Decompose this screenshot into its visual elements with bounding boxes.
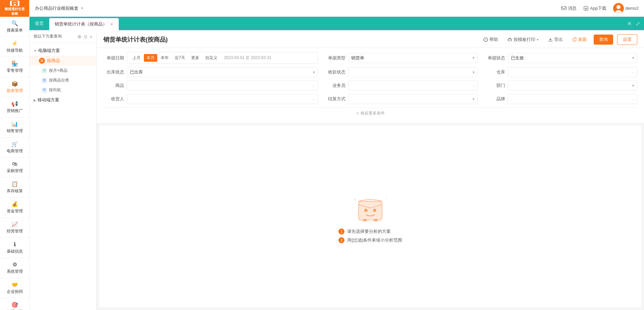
scheme-collapse-btn[interactable]: « — [90, 34, 92, 39]
recv-filter[interactable]: ▾ — [348, 67, 478, 77]
scheme-add-btn[interactable]: ⊕ — [77, 34, 82, 39]
tree-item-by-category[interactable]: 类 按商品分类 — [30, 75, 96, 85]
warehouse-dots: ··· — [631, 70, 634, 75]
scheme-settings-btn[interactable]: ⊙ — [84, 34, 88, 39]
page-title: 销货单统计计表(按商品) — [103, 36, 168, 44]
sidebar-label-wholesale: 批发管理 — [7, 88, 23, 94]
marketing-icon: 📢 — [11, 101, 18, 107]
tab-home[interactable]: 首页 — [30, 17, 49, 30]
recv-dropdown-arrow[interactable]: ▾ — [473, 70, 475, 74]
by-product-icon: 按 — [39, 58, 45, 64]
tree-item-by-product[interactable]: 按 按商品 — [30, 56, 96, 66]
out-filter[interactable]: 已出库 ▾ — [127, 67, 318, 77]
ecom-icon: 🛒 — [11, 141, 18, 147]
sidebar-nav: 🔍 搜索菜单 ⚡ 快捷导航 🏪 零售管理 📦 批发管理 📢 营销推广 📊 销售管… — [0, 17, 29, 310]
tab-close-btn[interactable]: × — [110, 21, 113, 27]
export-label: 导出 — [554, 37, 563, 43]
date-tab-last-month[interactable]: 上月 — [130, 54, 143, 62]
filter-area: 单据日期 上月 本月 本年 近7天 更多 自定义 2023-03-01 至 20… — [97, 48, 644, 123]
sidebar-item-marketing[interactable]: 📢 营销推广 — [0, 97, 29, 117]
brand-filter[interactable]: ··· — [508, 94, 637, 104]
export-btn[interactable]: 导出 — [545, 35, 566, 44]
date-tab-this-month[interactable]: 本月 — [144, 54, 157, 62]
tree-item-by-month-product[interactable]: 月 按月+商品 — [30, 66, 96, 75]
settings-btn[interactable]: 设置 — [617, 34, 637, 45]
quick-nav-icon: ⚡ — [11, 40, 18, 47]
type-dropdown-arrow[interactable]: ▾ — [473, 56, 475, 60]
print-btn[interactable]: 按模板打印 ▾ — [505, 35, 541, 44]
tab-close-all-btn[interactable]: ✕ — [626, 19, 633, 28]
refresh-label: 刷新 — [578, 37, 587, 43]
purchase-icon: 🛍 — [12, 161, 17, 167]
tab-bar-actions: ✕ ⤢ — [626, 19, 644, 28]
refresh-btn[interactable]: 刷新 — [570, 35, 590, 44]
warehouse-filter[interactable]: ··· — [508, 67, 637, 77]
sidebar-item-wholesale[interactable]: 📦 批发管理 — [0, 77, 29, 97]
sidebar-item-purchase[interactable]: 🛍 采购管理 — [0, 158, 29, 177]
tree-group-mobile-header[interactable]: ▶ 移动端方案 — [30, 95, 96, 105]
print-dropdown-arrow[interactable]: ▾ — [537, 38, 539, 42]
by-category-label: 按商品分类 — [49, 78, 69, 83]
date-filter[interactable]: 上月 本月 本年 近7天 更多 自定义 2023-03-01 至 2023-03… — [127, 52, 318, 64]
query-btn[interactable]: 查询 — [594, 35, 613, 45]
sidebar-item-enterprise[interactable]: 🤝 企业协同 — [0, 278, 29, 298]
dept-dropdown-arrow[interactable]: ▾ — [632, 84, 634, 88]
status-dropdown-arrow[interactable]: ▾ — [632, 56, 634, 60]
sidebar-item-basic[interactable]: ℹ 基础信息 — [0, 238, 29, 258]
top-header: 办公用品行业模拟账套 ▾ 消息 App下载 — [30, 0, 644, 17]
status-filter[interactable]: 已生效 ▾ — [508, 53, 637, 63]
app-download-btn[interactable]: App下载 — [583, 5, 606, 11]
page-title-bar: 销货单统计计表(按商品) ? 帮助 — [97, 30, 644, 48]
empty-tip-1: 1 请先选择要分析的方案 — [338, 228, 402, 235]
date-tab-7days[interactable]: 近7天 — [172, 54, 188, 62]
help-label: 帮助 — [489, 37, 498, 43]
tab-maximize-btn[interactable]: ⤢ — [634, 19, 641, 28]
sidebar-label-marketing: 营销推广 — [7, 108, 23, 114]
sidebar: 畅捷通好生意 标账 🔍 搜索菜单 ⚡ 快捷导航 🏪 零售管理 📦 批发管理 📢 … — [0, 0, 30, 310]
tab-sales-stats[interactable]: 销货单统计计表（按商品） × — [49, 18, 119, 30]
tip-text-2: 用[过滤]条件来缩小分析范围 — [347, 237, 402, 243]
sidebar-item-newbie[interactable]: 🎯 新手引导 — [0, 298, 29, 310]
payment-dropdown-arrow[interactable]: ▾ — [473, 97, 475, 101]
sidebar-label-ecom: 电商管理 — [7, 148, 23, 154]
dept-filter[interactable]: ▾ — [508, 81, 637, 91]
date-tab-custom[interactable]: 自定义 — [203, 54, 220, 62]
payment-filter[interactable]: ▾ — [348, 94, 478, 104]
inventory-icon: 📋 — [11, 181, 18, 187]
product-filter[interactable]: ··· — [127, 81, 318, 91]
sidebar-item-sys[interactable]: ⚙ 系统管理 — [0, 258, 29, 278]
tree-item-by-warehouse[interactable]: 司 按司机 — [30, 85, 96, 95]
staff-filter[interactable]: ··· — [348, 81, 478, 91]
collapse-bar[interactable]: ∧ 收起更多条件 — [103, 107, 637, 119]
sidebar-item-quick-nav[interactable]: ⚡ 快捷导航 — [0, 37, 29, 57]
type-filter[interactable]: 销货单 ▾ — [348, 53, 478, 63]
recv-label: 收款状态 — [325, 69, 348, 75]
tip-num-1: 1 — [338, 228, 344, 235]
svg-point-15 — [354, 199, 356, 201]
sidebar-item-ecom[interactable]: 🛒 电商管理 — [0, 138, 29, 158]
search-menu-icon: 🔍 — [11, 20, 18, 27]
date-tab-more[interactable]: 更多 — [189, 54, 202, 62]
sidebar-item-biz[interactable]: 📈 经营管理 — [0, 218, 29, 238]
user-avatar-btn[interactable]: demo2 — [613, 3, 639, 14]
date-tab-this-year[interactable]: 本年 — [158, 54, 171, 62]
receiver-filter[interactable]: ··· — [127, 94, 318, 104]
product-dots: ··· — [311, 83, 315, 88]
sidebar-item-finance[interactable]: 💰 资金管理 — [0, 198, 29, 218]
app-title-dropdown[interactable]: ▾ — [81, 6, 83, 10]
logo-area[interactable]: 畅捷通好生意 标账 — [0, 0, 29, 17]
svg-point-17 — [356, 214, 358, 215]
message-btn[interactable]: 消息 — [561, 5, 577, 11]
out-dropdown-arrow[interactable]: ▾ — [313, 70, 315, 74]
sidebar-item-retail[interactable]: 🏪 零售管理 — [0, 57, 29, 77]
header-right: 消息 App下载 demo2 — [561, 3, 639, 14]
by-product-icon-text: 按 — [40, 58, 44, 63]
message-label: 消息 — [568, 5, 577, 11]
receiver-dots: ··· — [311, 97, 315, 102]
sidebar-item-sales[interactable]: 📊 销售管理 — [0, 117, 29, 138]
sidebar-item-search-menu[interactable]: 🔍 搜索菜单 — [0, 17, 29, 37]
tree-group-desktop-header[interactable]: ▼ 电脑端方案 — [30, 46, 96, 56]
help-btn[interactable]: ? 帮助 — [481, 35, 501, 44]
warehouse-label: 仓库 — [484, 69, 508, 75]
sidebar-item-inventory[interactable]: 📋 库存核算 — [0, 177, 29, 198]
